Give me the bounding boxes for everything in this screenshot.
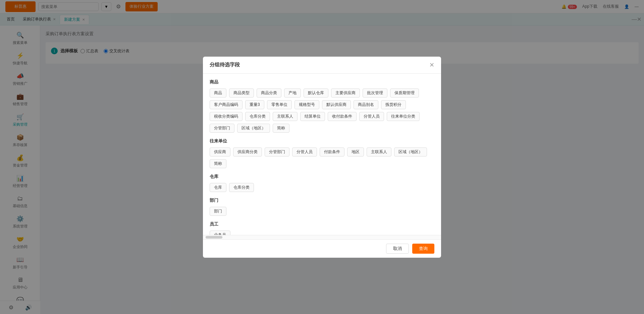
field-select-modal: 分组待选字段 ✕ 商品 商品 商品类型 商品分类 产地 默认仓库 主要供应商 批… [203, 57, 441, 258]
modal-hscrollbar[interactable] [203, 235, 441, 239]
modal-title: 分组待选字段 [210, 62, 240, 68]
modal-confirm-button[interactable]: 查询 [412, 244, 434, 254]
tag-product-1[interactable]: 商品类型 [229, 88, 254, 98]
group-title-contacts: 往来单位 [210, 138, 434, 144]
tag-product-17[interactable]: 主联系人 [273, 112, 298, 121]
tag-contacts-8[interactable]: 简称 [210, 159, 226, 168]
tag-warehouse-1[interactable]: 仓库分类 [229, 183, 254, 192]
tag-warehouse-0[interactable]: 仓库 [210, 183, 226, 192]
modal-body: 商品 商品 商品类型 商品分类 产地 默认仓库 主要供应商 批次管理 保质期管理… [203, 74, 441, 235]
field-tags-employee: 业务员 [210, 231, 434, 235]
tag-contacts-2[interactable]: 分管部门 [265, 147, 289, 156]
tag-department-0[interactable]: 部门 [210, 207, 226, 216]
tag-contacts-5[interactable]: 地区 [347, 147, 364, 156]
modal-close-button[interactable]: ✕ [429, 61, 434, 69]
tag-product-6[interactable]: 批次管理 [363, 88, 387, 98]
hscroll-thumb[interactable] [206, 236, 222, 239]
tag-product-20[interactable]: 分管人员 [359, 112, 384, 121]
field-group-product: 商品 商品 商品类型 商品分类 产地 默认仓库 主要供应商 批次管理 保质期管理… [210, 79, 434, 133]
field-group-employee: 员工 业务员 [210, 221, 434, 235]
tag-product-3[interactable]: 产地 [284, 88, 301, 98]
tag-product-22[interactable]: 分管部门 [210, 124, 234, 133]
tag-contacts-6[interactable]: 主联系人 [367, 147, 391, 156]
tag-product-15[interactable]: 税收分类编码 [210, 112, 243, 121]
tag-product-18[interactable]: 结算单位 [300, 112, 325, 121]
tag-product-9[interactable]: 重量3 [245, 100, 264, 109]
tag-product-2[interactable]: 商品分类 [257, 88, 281, 98]
group-title-employee: 员工 [210, 221, 434, 227]
tag-product-16[interactable]: 仓库分类 [245, 112, 270, 121]
field-group-warehouse: 仓库 仓库 仓库分类 [210, 174, 434, 192]
tag-product-14[interactable]: 拣货积分 [381, 100, 406, 109]
tag-product-24[interactable]: 简称 [273, 124, 289, 133]
modal-header: 分组待选字段 ✕ [203, 57, 441, 74]
tag-product-10[interactable]: 零售单位 [267, 100, 292, 109]
tag-product-21[interactable]: 往来单位分类 [387, 112, 420, 121]
tag-contacts-1[interactable]: 供应商分类 [233, 147, 262, 156]
field-tags-product: 商品 商品类型 商品分类 产地 默认仓库 主要供应商 批次管理 保质期管理 客户… [210, 88, 434, 133]
tag-product-23[interactable]: 区域（地区） [237, 124, 270, 133]
tag-product-12[interactable]: 默认供应商 [322, 100, 351, 109]
tag-contacts-4[interactable]: 付款条件 [320, 147, 344, 156]
tag-employee-0[interactable]: 业务员 [210, 231, 230, 235]
group-title-department: 部门 [210, 197, 434, 203]
tag-contacts-7[interactable]: 区域（地区） [394, 147, 427, 156]
tag-product-11[interactable]: 规格型号 [294, 100, 319, 109]
field-group-contacts: 往来单位 供应商 供应商分类 分管部门 分管人员 付款条件 地区 主联系人 区域… [210, 138, 434, 168]
tag-contacts-0[interactable]: 供应商 [210, 147, 230, 156]
tag-product-8[interactable]: 客户商品编码 [210, 100, 243, 109]
modal-footer: 取消 查询 [203, 239, 441, 258]
tag-product-13[interactable]: 商品别名 [354, 100, 378, 109]
group-title-product: 商品 [210, 79, 434, 85]
modal-cancel-button[interactable]: 取消 [386, 244, 409, 254]
group-title-warehouse: 仓库 [210, 174, 434, 180]
tag-product-4[interactable]: 默认仓库 [304, 88, 328, 98]
tag-product-5[interactable]: 主要供应商 [331, 88, 360, 98]
tag-product-7[interactable]: 保质期管理 [390, 88, 419, 98]
field-tags-department: 部门 [210, 207, 434, 216]
tag-product-19[interactable]: 收付款条件 [328, 112, 357, 121]
field-group-department: 部门 部门 [210, 197, 434, 216]
field-tags-warehouse: 仓库 仓库分类 [210, 183, 434, 192]
tag-contacts-3[interactable]: 分管人员 [292, 147, 317, 156]
tag-product-0[interactable]: 商品 [210, 88, 226, 98]
field-tags-contacts: 供应商 供应商分类 分管部门 分管人员 付款条件 地区 主联系人 区域（地区） … [210, 147, 434, 168]
